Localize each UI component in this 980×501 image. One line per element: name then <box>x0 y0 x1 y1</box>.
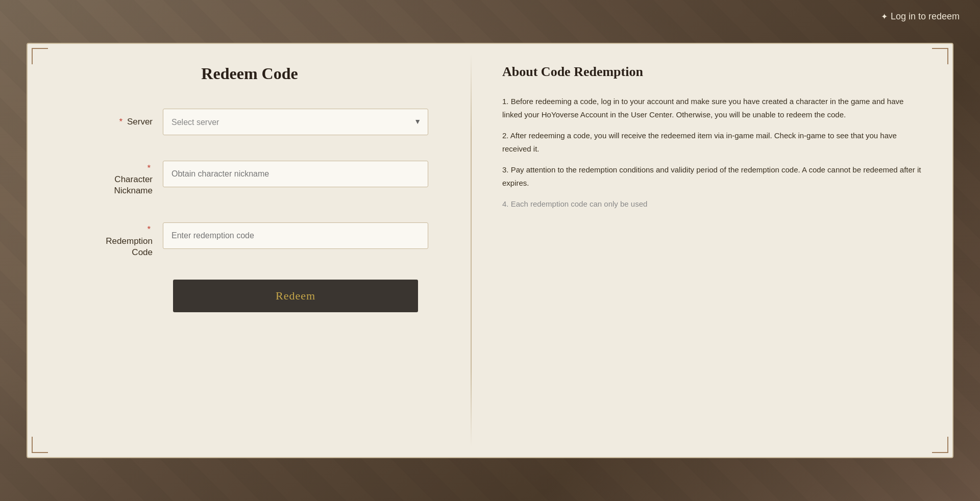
code-row: * Redemption Code <box>71 213 428 258</box>
redeem-modal: Redeem Code * Server Select server Ameri… <box>27 43 953 458</box>
redeem-button[interactable]: Redeem <box>173 280 418 312</box>
info-point-4: 4. Each redemption code can only be used <box>502 197 922 211</box>
server-required: * <box>119 117 123 127</box>
nickname-label: * Character Nickname <box>71 152 163 196</box>
modal-inner: Redeem Code * Server Select server Ameri… <box>28 44 952 457</box>
code-label-text: Redemption Code <box>106 236 153 257</box>
code-required: * <box>147 224 151 234</box>
nickname-row: * Character Nickname <box>71 152 428 196</box>
right-panel: About Code Redemption 1. Before redeemin… <box>472 44 952 457</box>
server-label: * Server <box>71 116 163 128</box>
server-select-wrapper: Select server America Europe Asia TW/HK/… <box>163 109 428 135</box>
nickname-label-text: Character Nickname <box>114 174 153 195</box>
info-point-1: 1. Before redeeming a code, log in to yo… <box>502 95 922 121</box>
nickname-required: * <box>147 163 151 173</box>
panel-divider <box>471 54 472 447</box>
server-select[interactable]: Select server America Europe Asia TW/HK/… <box>163 109 428 135</box>
form-title: Redeem Code <box>201 64 298 83</box>
form-body: * Server Select server America Europe As… <box>71 109 428 274</box>
button-row: Redeem <box>71 274 428 312</box>
star-icon: ✦ <box>881 12 888 21</box>
info-point-3: 3. Pay attention to the redemption condi… <box>502 163 922 189</box>
left-panel: Redeem Code * Server Select server Ameri… <box>28 44 472 457</box>
code-input[interactable] <box>163 222 428 249</box>
login-label: Log in to redeem <box>891 11 960 22</box>
login-link[interactable]: ✦ Log in to redeem <box>881 11 960 22</box>
right-panel-content: 1. Before redeeming a code, log in to yo… <box>502 95 922 211</box>
info-point-2: 2. After redeeming a code, you will rece… <box>502 129 922 155</box>
nickname-input[interactable] <box>163 161 428 187</box>
right-panel-title: About Code Redemption <box>502 64 922 80</box>
code-label: * Redemption Code <box>71 213 163 258</box>
server-row: * Server Select server America Europe As… <box>71 109 428 135</box>
